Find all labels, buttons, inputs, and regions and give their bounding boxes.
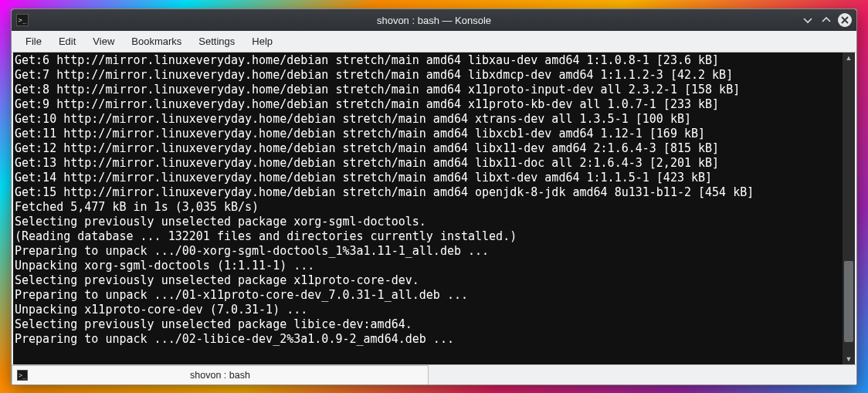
terminal-line: (Reading database ... 132201 files and d…	[15, 229, 841, 244]
menu-settings[interactable]: Settings	[191, 32, 242, 50]
scroll-down-button[interactable]: ▼	[843, 354, 855, 364]
chevron-down-icon	[802, 15, 813, 25]
terminal-line: Get:13 http://mirror.linuxeveryday.home/…	[15, 156, 841, 171]
terminal-line: Get:11 http://mirror.linuxeveryday.home/…	[15, 127, 841, 141]
tabbar: >_ shovon : bash	[12, 364, 856, 385]
titlebar[interactable]: >_ shovon : bash — Konsole	[12, 9, 856, 31]
terminal-line: Get:6 http://mirror.linuxeveryday.home/d…	[15, 53, 841, 68]
chevron-up-icon	[821, 15, 832, 25]
window-controls	[801, 13, 856, 27]
menu-bookmarks[interactable]: Bookmarks	[124, 32, 189, 50]
terminal-line: Selecting previously unselected package …	[15, 317, 841, 332]
terminal-icon: >_	[17, 370, 28, 381]
menu-view[interactable]: View	[85, 32, 122, 50]
konsole-window: >_ shovon : bash — Konsole File Edit Vie…	[11, 8, 857, 385]
close-icon	[839, 15, 850, 25]
scrollbar-thumb[interactable]	[844, 261, 853, 342]
terminal-line: Preparing to unpack .../00-xorg-sgml-doc…	[15, 244, 841, 259]
app-icon: >_	[16, 14, 29, 26]
terminal-output[interactable]: Get:6 http://mirror.linuxeveryday.home/d…	[13, 53, 843, 364]
terminal-line: Get:14 http://mirror.linuxeveryday.home/…	[15, 171, 841, 185]
terminal-line: Selecting previously unselected package …	[15, 215, 841, 229]
close-button[interactable]	[838, 13, 852, 27]
scrollbar[interactable]: ▲ ▼	[843, 53, 855, 364]
menu-file[interactable]: File	[18, 32, 49, 50]
terminal-line: Preparing to unpack .../02-libice-dev_2%…	[15, 332, 841, 347]
terminal-area[interactable]: Get:6 http://mirror.linuxeveryday.home/d…	[13, 53, 855, 364]
triangle-up-icon: ▲	[846, 54, 853, 62]
terminal-line: Preparing to unpack .../01-x11proto-core…	[15, 288, 841, 303]
scroll-up-button[interactable]: ▲	[843, 53, 855, 63]
tab-label: shovon : bash	[32, 370, 408, 381]
maximize-button[interactable]	[819, 13, 833, 27]
triangle-down-icon: ▼	[846, 355, 853, 363]
terminal-line: Get:9 http://mirror.linuxeveryday.home/d…	[15, 97, 841, 112]
menu-help[interactable]: Help	[244, 32, 280, 50]
terminal-line: Fetched 5,477 kB in 1s (3,035 kB/s)	[15, 200, 841, 215]
tab-shovon-bash[interactable]: >_ shovon : bash	[12, 365, 429, 385]
window-title: shovon : bash — Konsole	[12, 15, 856, 26]
terminal-line: Get:12 http://mirror.linuxeveryday.home/…	[15, 141, 841, 156]
minimize-button[interactable]	[801, 13, 815, 27]
terminal-line: Selecting previously unselected package …	[15, 273, 841, 288]
terminal-line: Get:10 http://mirror.linuxeveryday.home/…	[15, 112, 841, 127]
terminal-line: Unpacking xorg-sgml-doctools (1:1.11-1) …	[15, 259, 841, 273]
terminal-line: Get:7 http://mirror.linuxeveryday.home/d…	[15, 68, 841, 83]
scrollbar-track[interactable]	[843, 63, 855, 354]
terminal-line: Get:8 http://mirror.linuxeveryday.home/d…	[15, 83, 841, 97]
menu-edit[interactable]: Edit	[51, 32, 83, 50]
terminal-line: Unpacking x11proto-core-dev (7.0.31-1) .…	[15, 303, 841, 317]
menubar: File Edit View Bookmarks Settings Help	[12, 31, 856, 53]
terminal-line: Get:15 http://mirror.linuxeveryday.home/…	[15, 185, 841, 200]
